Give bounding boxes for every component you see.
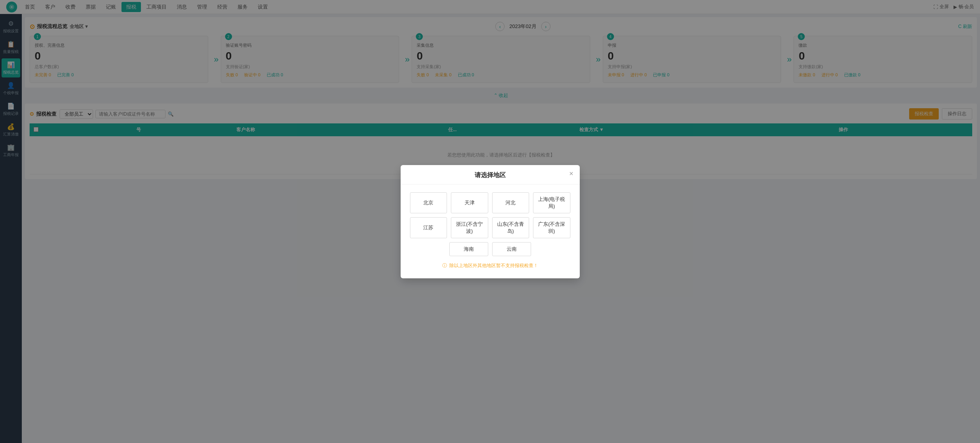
modal-warning: ⓘ 除以上地区外其他地区暂不支持报税检查！ [410,262,570,272]
modal-title: 请选择地区 [475,172,506,178]
modal-close-btn[interactable]: × [569,170,574,178]
modal-warning-text: 除以上地区外其他地区暂不支持报税检查！ [449,262,538,269]
region-btn-zhejiang[interactable]: 浙江(不含宁波) [451,217,488,238]
region-btn-tianjin[interactable]: 天津 [451,192,488,213]
warning-icon: ⓘ [442,262,447,269]
region-btn-beijing[interactable]: 北京 [410,192,447,213]
region-modal: 请选择地区 × 北京 天津 河北 上海(电子税局) 江苏 浙江(不含宁波) 山东… [401,165,580,278]
region-btn-yunnan[interactable]: 云南 [492,242,531,256]
region-grid-row1: 北京 天津 河北 上海(电子税局) [410,192,570,213]
modal-body: 北京 天津 河北 上海(电子税局) 江苏 浙江(不含宁波) 山东(不含青岛) 广… [401,185,580,278]
modal-overlay: 请选择地区 × 北京 天津 河北 上海(电子税局) 江苏 浙江(不含宁波) 山东… [0,0,980,443]
modal-header: 请选择地区 × [401,165,580,185]
region-btn-jiangsu[interactable]: 江苏 [410,217,447,238]
region-btn-hainan[interactable]: 海南 [449,242,488,256]
region-btn-shanghai[interactable]: 上海(电子税局) [533,192,570,213]
region-grid-row2: 江苏 浙江(不含宁波) 山东(不含青岛) 广东(不含深圳) [410,217,570,238]
region-btn-shandong[interactable]: 山东(不含青岛) [492,217,530,238]
region-btn-hebei[interactable]: 河北 [492,192,530,213]
region-btn-guangdong[interactable]: 广东(不含深圳) [533,217,570,238]
region-grid-row3: 海南 云南 [410,242,570,256]
